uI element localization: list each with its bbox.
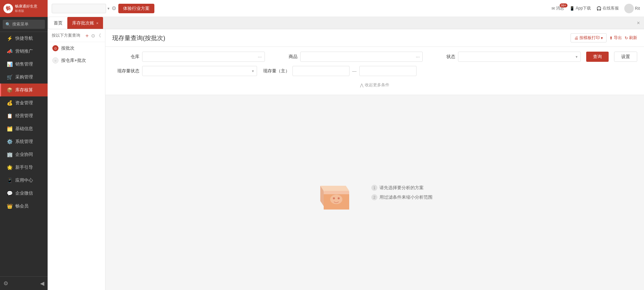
topbar-search-input[interactable] [52, 4, 106, 13]
sidebar-item-sales[interactable]: 📊 销售管理 [0, 58, 48, 71]
online-service-button[interactable]: 🎧 在线客服 [596, 5, 619, 11]
print-button[interactable]: 🖨 按模板打印 ▾ [571, 33, 607, 42]
export-button[interactable]: ⬆ 导出 [609, 35, 622, 41]
nav-icon-enterprise: 🏢 [6, 152, 13, 157]
topbar-right: ✉ 消息 99+ 📱 App下载 🎧 在线客服 Rit [552, 4, 640, 13]
trial-button[interactable]: 体验行业方案 [118, 4, 154, 13]
search-menu-button[interactable]: 🔍 搜索菜单 [3, 20, 45, 29]
inventory-status-select[interactable]: ▾ [142, 66, 257, 76]
scheme-item-batch[interactable]: ⊙ 按批次 [48, 42, 105, 54]
sidebar-item-finance[interactable]: 💰 资金管理 [0, 96, 48, 109]
print-chevron-icon: ▾ [601, 36, 603, 40]
product-label: 商品 [270, 54, 298, 60]
empty-illustration-svg [317, 172, 358, 213]
service-icon: 🎧 [596, 6, 601, 11]
status-chevron-icon: ▾ [576, 55, 578, 59]
product-input[interactable]: ··· [300, 52, 423, 62]
left-panel: 按以下方案查询 ＋ ⊙ 《 ⊙ 按批次 ○ 按仓库+批次 [48, 29, 105, 290]
messages-badge: 99+ [560, 3, 567, 7]
nav-icon-appstore: 📱 [6, 178, 13, 183]
topbar-left: ▾ ⚙ 体验行业方案 [52, 4, 549, 13]
sidebar-item-appstore[interactable]: 📱 应用中心 [0, 174, 48, 187]
hint-text-1: 请先选择要分析的方案 [379, 185, 424, 191]
status-field: 状态 ▾ [428, 52, 581, 62]
empty-state: 1 请先选择要分析的方案 2 用过滤条件来缩小分析范围 [105, 95, 644, 290]
filter-settings-button[interactable]: 设置 [614, 52, 637, 62]
right-content: 现存量查询(按批次) 🖨 按模板打印 ▾ ⬆ 导出 ↻ 刷新 [105, 29, 644, 290]
topbar-chevron-button[interactable]: ▾ [107, 6, 109, 11]
sidebar-item-purchase[interactable]: 🛒 采购管理 [0, 71, 48, 84]
empty-hint-1: 1 请先选择要分析的方案 [371, 185, 433, 191]
logo-icon: 畅 [3, 4, 13, 13]
sidebar-item-basic[interactable]: 🗂️ 基础信息 [0, 122, 48, 135]
inventory-qty-min-input[interactable] [292, 66, 350, 76]
sidebar-item-marketing[interactable]: 📣 营销推广 [0, 45, 48, 58]
svg-marker-2 [320, 186, 349, 191]
sidebar-search-area: 🔍 搜索菜单 [0, 17, 48, 32]
collapse-sidebar-button[interactable]: ◀ [40, 280, 44, 287]
sidebar-footer: ⚙ ◀ [0, 276, 48, 290]
user-area[interactable]: Rit [624, 4, 640, 13]
product-more-button[interactable]: ··· [416, 54, 420, 59]
sidebar-item-newguide[interactable]: 🌟 新手引导 [0, 161, 48, 174]
sidebar-item-enterprise[interactable]: 🏢 企业协同 [0, 148, 48, 161]
tab-home[interactable]: 首页 [49, 17, 67, 29]
warehouse-input[interactable]: ··· [142, 52, 265, 62]
inventory-qty-label: 现存量（主） [262, 68, 290, 74]
status-select[interactable]: ▾ [458, 52, 581, 62]
content-area: 按以下方案查询 ＋ ⊙ 《 ⊙ 按批次 ○ 按仓库+批次 现存量查询(按批次) [48, 29, 644, 290]
inventory-qty-separator: — [352, 69, 357, 74]
warehouse-field: 仓库 ··· [112, 52, 265, 62]
hint-number-1: 1 [371, 185, 377, 191]
hint-number-2: 2 [371, 194, 377, 200]
query-button[interactable]: 查询 [586, 52, 609, 62]
sidebar-header: 畅 畅康通好生意 标准版 [0, 0, 48, 17]
sidebar-nav: ⚡ 快捷导航 📣 营销推广 📊 销售管理 🛒 采购管理 📦 库存核算 💰 资金管… [0, 32, 48, 276]
user-name: Rit [635, 6, 640, 11]
messages-button[interactable]: ✉ 消息 99+ [552, 5, 564, 11]
nav-icon-purchase: 🛒 [6, 74, 13, 80]
sidebar-item-wechat[interactable]: 💬 企业微信 [0, 187, 48, 200]
collapse-filter-button[interactable]: ⋀ 收起更多条件 [112, 80, 637, 90]
tab-inventory-batch[interactable]: 库存批次账 × [67, 17, 103, 29]
inventory-qty-max-input[interactable] [359, 66, 417, 76]
warehouse-more-button[interactable]: ··· [258, 54, 262, 59]
refresh-icon: ↻ [625, 36, 628, 40]
refresh-button[interactable]: ↻ 刷新 [625, 35, 637, 41]
topbar-search-area: ▾ [52, 4, 109, 13]
sidebar-item-inventory[interactable]: 📦 库存核算 [0, 84, 48, 96]
sidebar-item-system[interactable]: ⚙️ 系统管理 [0, 135, 48, 148]
collapse-panel-button[interactable]: 《 [97, 33, 101, 38]
sidebar-item-shortcut[interactable]: ⚡ 快捷导航 [0, 32, 48, 45]
nav-icon-basic: 🗂️ [6, 126, 13, 131]
main-area: ▾ ⚙ 体验行业方案 ✉ 消息 99+ 📱 App下载 🎧 在线客服 Rit [48, 0, 644, 290]
collapse-label: 收起更多条件 [365, 82, 389, 88]
nav-icon-sales: 📊 [6, 61, 13, 67]
inventory-status-chevron-icon: ▾ [252, 69, 254, 73]
settings-icon-button[interactable]: ⚙ [3, 280, 8, 287]
add-scheme-button[interactable]: ＋ [84, 33, 90, 38]
scheme-settings-button[interactable]: ⊙ [91, 33, 95, 38]
scheme-icon-batch: ⊙ [52, 45, 58, 51]
nav-icon-shortcut: ⚡ [6, 36, 13, 41]
scheme-item-warehouse-batch[interactable]: ○ 按仓库+批次 [48, 54, 105, 67]
topbar-gear-button[interactable]: ⚙ [112, 5, 116, 12]
app-download-button[interactable]: 📱 App下载 [570, 5, 591, 11]
inventory-status-label: 现存量状态 [112, 68, 139, 74]
sidebar-item-operations[interactable]: 📋 经营管理 [0, 109, 48, 122]
empty-hints: 1 请先选择要分析的方案 2 用过滤条件来缩小分析范围 [371, 185, 433, 200]
page-title: 现存量查询(按批次) [112, 34, 165, 42]
message-icon: ✉ [552, 6, 555, 11]
tab-close-icon[interactable]: × [96, 21, 98, 25]
left-panel-header: 按以下方案查询 ＋ ⊙ 《 [48, 29, 105, 42]
export-icon: ⬆ [609, 36, 613, 40]
inventory-qty-range: — [292, 66, 417, 76]
nav-icon-inventory: 📦 [6, 87, 13, 93]
brand-name: 畅康通好生意 [15, 4, 37, 8]
tab-bar: 首页 库存批次账 × × [48, 17, 644, 29]
tab-bar-close-button[interactable]: × [634, 20, 643, 26]
sidebar-item-membership[interactable]: 👑 畅会员 [0, 200, 48, 213]
sidebar: 畅 畅康通好生意 标准版 🔍 搜索菜单 ⚡ 快捷导航 📣 营销推广 📊 销售管理… [0, 0, 48, 290]
page-header: 现存量查询(按批次) 🖨 按模板打印 ▾ ⬆ 导出 ↻ 刷新 [105, 29, 644, 47]
empty-hint-2: 2 用过滤条件来缩小分析范围 [371, 194, 433, 200]
